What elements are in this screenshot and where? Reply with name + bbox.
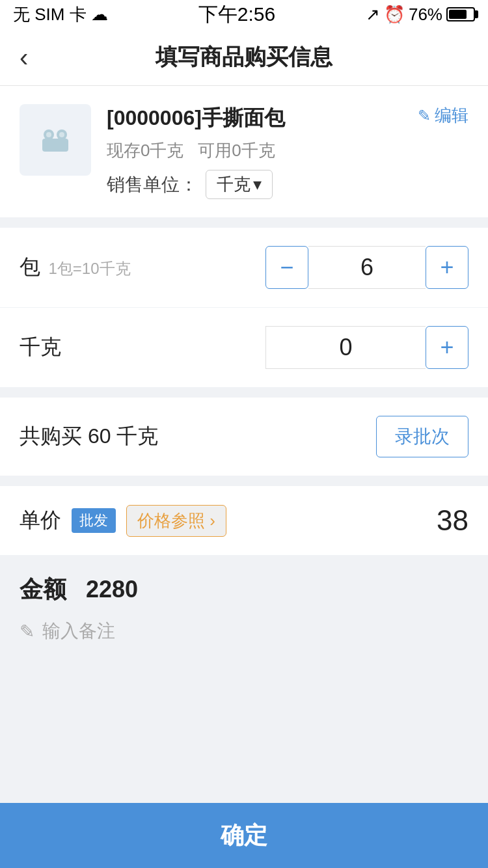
status-time: 下午2:56 bbox=[198, 1, 275, 28]
bao-qty-control: − + bbox=[265, 246, 468, 289]
summary-text: 共购买 60 千克 bbox=[20, 422, 158, 451]
product-info: [0000006]手撕面包 ✎ 编辑 现存0千克 可用0千克 销售单位： 千克 … bbox=[107, 104, 468, 199]
dropdown-icon: ▾ bbox=[253, 174, 262, 195]
product-card: [0000006]手撕面包 ✎ 编辑 现存0千克 可用0千克 销售单位： 千克 … bbox=[0, 86, 488, 217]
bao-increase-button[interactable]: + bbox=[426, 246, 468, 289]
amount-row: 金额 2280 bbox=[20, 574, 468, 606]
status-right: ↗ ⏰ 76% bbox=[366, 5, 475, 25]
unit-value: 千克 bbox=[217, 173, 251, 196]
price-tag: 批发 bbox=[72, 508, 116, 533]
edit-icon: ✎ bbox=[418, 107, 431, 125]
nav-bar: ‹ 填写商品购买信息 bbox=[0, 29, 488, 86]
bao-input[interactable] bbox=[308, 246, 426, 289]
batch-button[interactable]: 录批次 bbox=[376, 416, 468, 457]
product-name: [0000006]手撕面包 bbox=[107, 104, 285, 133]
summary-row: 共购买 60 千克 录批次 bbox=[0, 398, 488, 476]
back-button[interactable]: ‹ bbox=[20, 44, 28, 70]
amount-value: 2280 bbox=[86, 576, 138, 603]
amount-section: 金额 2280 ✎ 输入备注 bbox=[0, 556, 488, 803]
price-ref-button[interactable]: 价格参照 › bbox=[126, 505, 226, 537]
kg-increase-button[interactable]: + bbox=[426, 326, 468, 369]
price-row: 单价 批发 价格参照 › 38 bbox=[20, 504, 468, 537]
product-logo-icon bbox=[36, 120, 75, 159]
kg-qty-control: + bbox=[265, 326, 468, 369]
bao-input-row: 包 1包=10千克 − + bbox=[0, 228, 488, 308]
product-unit-row: 销售单位： 千克 ▾ bbox=[107, 170, 468, 199]
kg-label: 千克 bbox=[20, 335, 61, 359]
svg-point-3 bbox=[46, 132, 51, 137]
product-thumbnail bbox=[20, 104, 91, 176]
edit-button[interactable]: ✎ 编辑 bbox=[418, 104, 468, 127]
svg-rect-2 bbox=[42, 139, 68, 152]
alarm-icon: ⏰ bbox=[384, 5, 405, 25]
quantity-section: 包 1包=10千克 − + 千克 + bbox=[0, 228, 488, 387]
bao-sublabel: 1包=10千克 bbox=[48, 260, 130, 277]
status-bar: 无 SIM 卡 ☁ 下午2:56 ↗ ⏰ 76% bbox=[0, 0, 488, 29]
amount-label: 金额 bbox=[20, 576, 66, 603]
status-left: 无 SIM 卡 ☁ bbox=[13, 3, 108, 26]
bao-label: 包 bbox=[20, 255, 40, 278]
unit-label: 销售单位： bbox=[107, 172, 198, 197]
battery-icon bbox=[446, 7, 475, 21]
battery-percent: 76% bbox=[409, 5, 442, 25]
location-icon: ↗ bbox=[366, 5, 380, 25]
price-section: 单价 批发 价格参照 › 38 bbox=[0, 486, 488, 556]
bao-decrease-button[interactable]: − bbox=[265, 246, 308, 289]
svg-point-4 bbox=[59, 132, 64, 137]
bao-label-group: 包 1包=10千克 bbox=[20, 253, 265, 282]
edit-label: 编辑 bbox=[435, 104, 468, 127]
kg-label-group: 千克 bbox=[20, 333, 265, 362]
unit-select[interactable]: 千克 ▾ bbox=[206, 170, 273, 199]
pencil-icon: ✎ bbox=[20, 621, 34, 642]
kg-input[interactable] bbox=[265, 326, 426, 369]
remark-row[interactable]: ✎ 输入备注 bbox=[20, 619, 468, 644]
page-title: 填写商品购买信息 bbox=[156, 42, 332, 72]
confirm-button[interactable]: 确定 bbox=[0, 803, 488, 868]
price-value: 38 bbox=[437, 504, 468, 537]
remark-placeholder: 输入备注 bbox=[42, 619, 115, 644]
product-stock: 现存0千克 可用0千克 bbox=[107, 139, 468, 162]
price-label: 单价 bbox=[20, 506, 61, 535]
kg-input-row: 千克 + bbox=[0, 308, 488, 387]
